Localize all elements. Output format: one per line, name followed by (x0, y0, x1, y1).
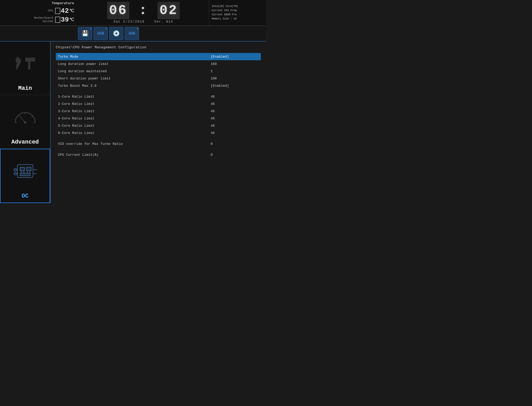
content-area: Main Ad (0, 42, 266, 203)
info-line1: Intel(R) Core(TM) (212, 4, 263, 9)
settings-label-2: Long duration maintained (56, 67, 205, 75)
settings-value-7: 46 (205, 100, 261, 107)
cpu-label: CPU (48, 9, 53, 12)
mb-temp-value: 39 ℃ (55, 16, 74, 24)
sidebar: Main Ad (0, 42, 51, 203)
sidebar-item-main[interactable]: Main (0, 42, 50, 95)
clock-hour: 06 (107, 2, 129, 19)
settings-row-0[interactable]: Turbo Mode[Enabled] (56, 53, 261, 60)
svg-line-8 (18, 116, 18, 117)
sidebar-label-oc: OC (22, 193, 28, 199)
settings-row-15[interactable]: CPU Current Limit(A)0 (56, 151, 261, 158)
sidebar-label-advanced: Advanced (11, 139, 39, 145)
info-section: Intel(R) Core(TM) Current CPU Freq Curre… (209, 0, 266, 25)
settings-label-7: 2-Core Ratio Limit (56, 100, 205, 107)
settings-row-11[interactable]: 6-Core Ratio Limit46 (56, 129, 261, 137)
settings-gap-5 (56, 89, 261, 93)
settings-row-6[interactable]: 1-Core Ratio Limit46 (56, 93, 261, 100)
nav-usb-icon[interactable]: USB U (94, 27, 108, 40)
nav-icons-row: 💾 U USB U 💿 USB U (0, 26, 266, 42)
info-line3: Current DRAM Fre (212, 13, 263, 17)
nav-cd-icon[interactable]: 💿 (109, 27, 123, 40)
nav-usb2-icon[interactable]: USB U (125, 27, 139, 40)
svg-rect-1 (25, 58, 35, 62)
sidebar-item-oc[interactable]: OC (0, 149, 50, 203)
settings-table: Turbo Mode[Enabled]Long duration power l… (56, 53, 261, 158)
settings-value-3: 190 (205, 75, 261, 82)
cpu-temp-unit: ℃ (69, 8, 74, 13)
main-icon-area (0, 42, 50, 85)
mb-temp-box (55, 17, 60, 23)
cpu-temp-row: CPU 42 ℃ (4, 7, 74, 15)
settings-label-13: VID override for Max Turbo Ratio (56, 140, 205, 147)
info-line2: Current CPU Freq (212, 9, 263, 13)
settings-label-4: Turbo Boost Max 3.0 (56, 82, 205, 89)
settings-value-4: [Enabled] (205, 82, 261, 89)
settings-value-2: 1 (205, 67, 261, 75)
cpu-temp-number: 42 (61, 7, 69, 15)
cpu-temp-value: 42 ℃ (55, 7, 74, 15)
settings-row-13[interactable]: VID override for Max Turbo Ratio0 (56, 140, 261, 147)
sidebar-label-main: Main (18, 85, 32, 92)
oc-icon-area (1, 149, 50, 193)
settings-row-10[interactable]: 5-Core Ratio Limit46 (56, 122, 261, 129)
advanced-icon-area (0, 95, 50, 139)
usb2-icon: USB (129, 31, 135, 36)
storage-icon: 💾 (82, 30, 89, 37)
info-line4: Memory Size : 16 (212, 17, 263, 21)
settings-value-11: 46 (205, 129, 261, 137)
main-content: Chipset\CPU Power Management Configurati… (51, 42, 266, 203)
usb-tag-3: U (137, 28, 138, 30)
mb-temp-unit: ℃ (69, 17, 74, 22)
wrench-hammer-icon (11, 53, 39, 74)
sidebar-item-advanced[interactable]: Advanced (0, 95, 50, 148)
svg-point-22 (14, 168, 17, 171)
settings-row-4[interactable]: Turbo Boost Max 3.0[Enabled] (56, 82, 261, 89)
settings-gap-12 (56, 137, 261, 140)
mb-temp-row: MotherboardSystem 39 ℃ (4, 16, 74, 24)
temp-title: Temperature (4, 1, 74, 5)
settings-gap-14 (56, 147, 261, 151)
settings-label-10: 5-Core Ratio Limit (56, 122, 205, 129)
settings-value-13: 0 (205, 140, 261, 147)
settings-row-8[interactable]: 3-Core Ratio Limit46 (56, 107, 261, 115)
date-version: Sat 2/23/2019 Ver. A14 (114, 20, 173, 24)
settings-row-7[interactable]: 2-Core Ratio Limit46 (56, 100, 261, 107)
settings-value-8: 46 (205, 107, 261, 115)
settings-label-3: Short duration power limit (56, 75, 205, 82)
gauge-icon (11, 106, 39, 127)
top-bar: Temperature CPU 42 ℃ MotherboardSystem 3… (0, 0, 266, 26)
settings-value-0: [Enabled] (205, 53, 261, 60)
settings-label-1: Long duration power limit (56, 60, 205, 67)
settings-value-1: 160 (205, 60, 261, 67)
circuit-icon (11, 161, 39, 181)
settings-value-15: 0 (205, 151, 261, 158)
svg-rect-15 (20, 167, 25, 171)
svg-point-23 (14, 172, 17, 175)
clock-display: 06 : 02 (107, 2, 180, 19)
settings-label-6: 1-Core Ratio Limit (56, 93, 205, 100)
settings-row-1[interactable]: Long duration power limit160 (56, 60, 261, 67)
cd-icon: 💿 (113, 30, 120, 37)
settings-value-6: 46 (205, 93, 261, 100)
settings-row-2[interactable]: Long duration maintained1 (56, 67, 261, 75)
date-text: Sat 2/23/2019 (114, 20, 145, 24)
svg-point-4 (24, 121, 26, 124)
clock-section: 06 : 02 Sat 2/23/2019 Ver. A14 (78, 0, 209, 25)
settings-row-9[interactable]: 4-Core Ratio Limit46 (56, 115, 261, 122)
settings-label-8: 3-Core Ratio Limit (56, 107, 205, 115)
nav-storage-icon[interactable]: 💾 U (78, 27, 92, 40)
temp-section: Temperature CPU 42 ℃ MotherboardSystem 3… (0, 0, 78, 25)
settings-value-9: 46 (205, 115, 261, 122)
svg-line-3 (19, 116, 25, 123)
settings-row-3[interactable]: Short duration power limit190 (56, 75, 261, 82)
settings-label-9: 4-Core Ratio Limit (56, 115, 205, 122)
usb-icon: USB (97, 31, 104, 36)
cpu-temp-box (55, 8, 60, 14)
clock-min: 02 (158, 2, 179, 19)
settings-label-15: CPU Current Limit(A) (56, 151, 205, 158)
usb-tag-1: U (90, 28, 91, 30)
svg-rect-2 (28, 62, 30, 70)
version-text: Ver. A14 (154, 20, 173, 24)
svg-rect-17 (20, 173, 30, 176)
